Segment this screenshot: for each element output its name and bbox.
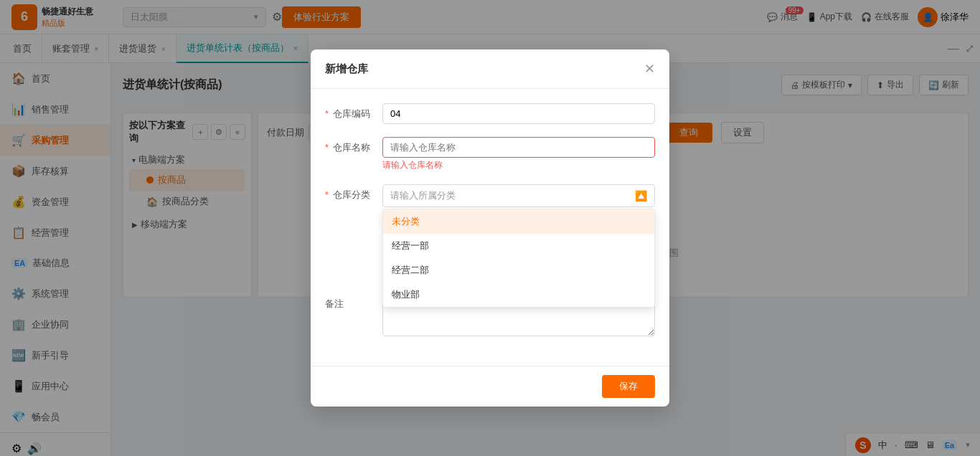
code-input[interactable]: [382, 103, 655, 124]
form-control-code: [382, 103, 655, 124]
modal-overlay[interactable]: 新增仓库 ✕ * 仓库编码 * 仓库名称: [0, 0, 980, 456]
category-dropdown[interactable]: 请输入所属分类 🔼: [382, 184, 655, 207]
dropdown-option-property[interactable]: 物业部: [383, 282, 654, 307]
dropdown-option-dept2[interactable]: 经营二部: [383, 258, 654, 282]
name-error-msg: 请输入仓库名称: [382, 159, 655, 171]
form-label-name: * 仓库名称: [325, 137, 382, 154]
modal-header: 新增仓库 ✕: [311, 49, 669, 89]
modal-title: 新增仓库: [325, 62, 368, 76]
dropdown-arrow-up-icon: 🔼: [635, 190, 647, 201]
dropdown-option-unclassified[interactable]: 未分类: [383, 209, 654, 234]
form-label-category: * 仓库分类: [325, 184, 382, 201]
modal-footer: 保存: [311, 366, 669, 407]
category-dropdown-list: 未分类 经营一部 经营二部 物业部: [382, 209, 655, 308]
form-row-category: * 仓库分类 请输入所属分类 🔼 未分类 经营一部 经营二部 物业部: [325, 184, 655, 207]
save-button[interactable]: 保存: [602, 375, 655, 398]
form-label-note: 备注: [325, 293, 382, 310]
modal-body: * 仓库编码 * 仓库名称 请输入仓库名称: [311, 89, 669, 366]
dropdown-option-dept1[interactable]: 经营一部: [383, 234, 654, 258]
form-control-category: 请输入所属分类 🔼 未分类 经营一部 经营二部 物业部: [382, 184, 655, 207]
form-row-name: * 仓库名称 请输入仓库名称: [325, 137, 655, 171]
form-row-code: * 仓库编码: [325, 103, 655, 124]
form-control-name: 请输入仓库名称: [382, 137, 655, 171]
modal-new-warehouse: 新增仓库 ✕ * 仓库编码 * 仓库名称: [311, 49, 669, 407]
modal-close-button[interactable]: ✕: [644, 61, 655, 77]
form-label-code: * 仓库编码: [325, 103, 382, 120]
name-input[interactable]: [382, 137, 655, 158]
